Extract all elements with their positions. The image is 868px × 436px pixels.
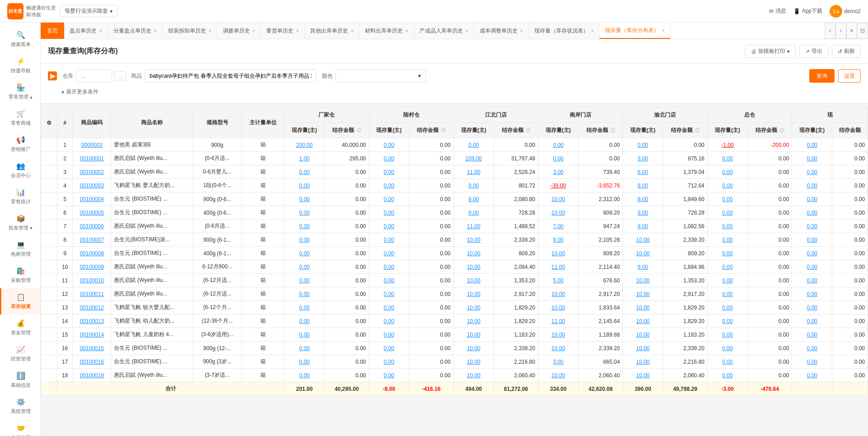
cell-value[interactable]: 10.00 <box>467 264 481 270</box>
close-icon[interactable]: × <box>351 28 354 33</box>
sidebar-item-inventory[interactable]: 📋 库存核算 <box>0 288 40 314</box>
cell-value[interactable]: 0.00 <box>807 345 817 352</box>
cell-value[interactable]: 11.00 <box>552 318 565 324</box>
cell-value[interactable]: 00100001 <box>80 155 104 162</box>
cell-value[interactable]: 00100009 <box>80 264 104 270</box>
cell-value[interactable]: 9.00 <box>468 210 479 216</box>
close-icon[interactable]: × <box>466 28 468 33</box>
cell-value[interactable]: 0.00 <box>553 142 563 148</box>
cell-value[interactable]: 0.00 <box>384 318 394 324</box>
cell-value[interactable]: 0.00 <box>384 359 394 365</box>
cell-value[interactable]: 0.00 <box>553 155 563 162</box>
cell-value[interactable]: 0.00 <box>807 277 817 284</box>
cell-value[interactable]: 00100010 <box>80 277 104 284</box>
cell-value[interactable]: 0.00 <box>384 372 394 379</box>
tab-stock-status[interactable]: 现存量（库存状况表） × <box>529 23 600 39</box>
cell-value[interactable]: 0.00 <box>722 332 732 338</box>
cell-value[interactable]: 0.00 <box>722 318 732 324</box>
cell-value[interactable]: 9.00 <box>637 210 648 216</box>
cell-value[interactable]: 0.00 <box>807 332 817 338</box>
tab-expand-btn[interactable]: ⊡ <box>857 23 868 39</box>
cell-value[interactable]: 0.00 <box>384 142 394 148</box>
cell-value[interactable]: 0.00 <box>722 223 732 230</box>
cell-value[interactable]: 10.00 <box>467 345 481 352</box>
cell-value[interactable]: 00100012 <box>80 305 104 311</box>
cell-value[interactable]: 10.00 <box>552 210 565 216</box>
cell-value[interactable]: 6.00 <box>637 169 648 175</box>
close-icon[interactable]: × <box>406 28 408 33</box>
cell-value[interactable]: 10.00 <box>552 250 565 257</box>
cell-value[interactable]: 0.00 <box>722 196 732 202</box>
cell-value[interactable]: 00100018 <box>80 372 104 379</box>
cell-value[interactable]: 0.00 <box>722 169 732 175</box>
cell-value[interactable]: 0.00 <box>807 359 817 365</box>
tab-close-all-btn[interactable]: × <box>846 23 857 39</box>
cell-value[interactable]: 0.00 <box>384 291 394 297</box>
tab-quantity-history[interactable]: 分量盘点单历史 × <box>108 23 163 39</box>
cell-value[interactable]: 10.00 <box>552 345 565 352</box>
cell-value[interactable]: 10.00 <box>467 277 481 284</box>
cell-value[interactable]: 0.00 <box>722 264 732 270</box>
cell-value[interactable]: 11.00 <box>467 223 481 230</box>
cell-value[interactable]: 0.00 <box>384 332 394 338</box>
cell-value[interactable]: 10.00 <box>467 250 481 257</box>
cell-value[interactable]: 00100003 <box>80 183 104 189</box>
cell-value[interactable]: 10.00 <box>636 359 650 365</box>
filter-expand-btn[interactable]: ▶ <box>48 71 57 80</box>
setting-btn[interactable]: 设置 <box>838 69 861 83</box>
cell-value[interactable]: 0.00 <box>722 345 732 352</box>
sidebar-item-purchase[interactable]: 🛍️ 采购管理 <box>0 262 40 288</box>
tab-assemble-history[interactable]: 组装拆卸单历史 × <box>163 23 217 39</box>
message-btn[interactable]: ✉ 消息 <box>769 7 786 15</box>
tab-requisition-history[interactable]: 要货单历史 × <box>261 23 305 39</box>
cell-value[interactable]: 3.00 <box>637 155 648 162</box>
cell-value[interactable]: 0.00 <box>299 277 310 284</box>
th-settings[interactable]: ⚙ <box>41 108 57 138</box>
cell-value[interactable]: 00100015 <box>80 345 104 352</box>
cell-value[interactable]: 0.00 <box>299 318 310 324</box>
cell-value[interactable]: 00100005 <box>80 210 104 216</box>
tab-inventory-history[interactable]: 盘点单历史 × <box>64 23 108 39</box>
tab-product-in-history[interactable]: 产成品入库单历史 × <box>414 23 474 39</box>
sidebar-item-member[interactable]: 👥 会员中心 <box>0 157 40 183</box>
cell-value[interactable]: 0.00 <box>722 237 732 243</box>
sidebar-item-collab[interactable]: 🤝 企业协同 <box>0 419 40 436</box>
cell-value[interactable]: 00100011 <box>80 291 104 297</box>
warehouse-search-btn[interactable]: ... <box>115 71 126 80</box>
warehouse-input[interactable] <box>76 69 112 83</box>
cell-value[interactable]: 0.00 <box>807 223 817 230</box>
refresh-btn[interactable]: ↺ 刷新 <box>832 45 861 58</box>
cell-value[interactable]: 0.00 <box>384 196 394 202</box>
close-icon[interactable]: × <box>154 28 157 33</box>
cell-value[interactable]: 0.00 <box>807 169 817 175</box>
cell-value[interactable]: 0.00 <box>299 345 310 352</box>
cell-value[interactable]: 5.00 <box>553 277 563 284</box>
cell-value[interactable]: 10.00 <box>552 305 565 311</box>
cell-value[interactable]: 10.00 <box>636 305 650 311</box>
tab-material-out-history[interactable]: 材料出库单历史 × <box>359 23 414 39</box>
cell-value[interactable]: 00100002 <box>80 169 104 175</box>
cell-value[interactable]: 0.00 <box>722 277 732 284</box>
cell-value[interactable]: 10.00 <box>467 359 481 365</box>
cell-value[interactable]: 109.00 <box>465 155 482 162</box>
cell-value[interactable]: 9.00 <box>637 264 648 270</box>
cell-value[interactable]: 10.00 <box>636 332 650 338</box>
cell-value[interactable]: 3.00 <box>553 359 563 365</box>
cell-value[interactable]: 0.00 <box>807 291 817 297</box>
cell-value[interactable]: 00100008 <box>80 250 104 257</box>
cell-value[interactable]: 10.00 <box>636 318 650 324</box>
cell-value[interactable]: 11.00 <box>552 264 565 270</box>
print-btn[interactable]: 🖨 按模板打印 ▾ <box>745 45 796 58</box>
cell-value[interactable]: 0000003 <box>81 142 103 148</box>
cell-value[interactable]: 10.00 <box>467 237 481 243</box>
cell-value[interactable]: 0.00 <box>384 183 394 189</box>
cell-value[interactable]: 0.00 <box>722 372 732 379</box>
cell-value[interactable]: 10.00 <box>467 305 481 311</box>
sidebar-item-wholesale[interactable]: 📦 批发管理 ▼ <box>0 210 40 236</box>
cell-value[interactable]: 0.00 <box>384 169 394 175</box>
close-icon[interactable]: × <box>99 28 102 33</box>
tab-next-btn[interactable]: › <box>835 23 846 39</box>
cell-value[interactable]: 0.00 <box>299 250 310 257</box>
cell-value[interactable]: 0.00 <box>807 183 817 189</box>
cell-value[interactable]: 0.00 <box>722 359 732 365</box>
